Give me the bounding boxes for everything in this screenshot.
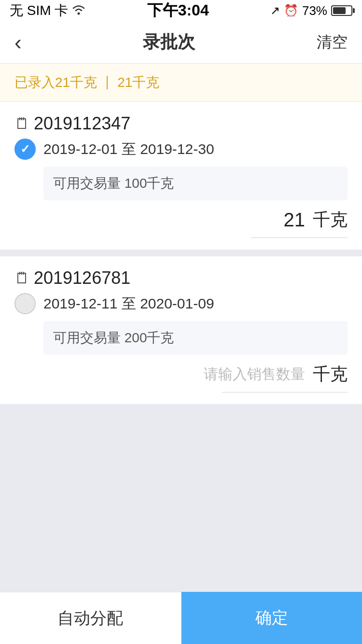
status-carrier: 无 SIM 卡 (10, 1, 85, 20)
page-title: 录批次 (143, 30, 195, 54)
batch-quantity-row-1: 21 千克 (14, 208, 348, 237)
batch-date-2: 2019-12-11 至 2020-01-09 (43, 294, 214, 314)
status-right: ↗ ⏰ 73% (270, 3, 352, 18)
quantity-value-1: 21 (284, 209, 306, 231)
quantity-unit-2: 千克 (313, 363, 348, 386)
svg-point-0 (78, 13, 80, 15)
batch-doc-icon: 🗒 (14, 115, 30, 133)
batch-available-2: 可用交易量 200千克 (43, 321, 348, 355)
summary-value: 21千克 (117, 73, 159, 92)
batch-header-1: 🗒 2019112347 (14, 113, 348, 134)
batch-divider (0, 250, 362, 256)
alarm-icon: ⏰ (284, 4, 298, 17)
batch-checkbox-1[interactable] (14, 139, 36, 160)
back-button[interactable]: ‹ (14, 30, 22, 55)
batch-item: 🗒 2019112347 2019-12-01 至 2019-12-30 可用交… (0, 102, 362, 250)
quantity-placeholder: 请输入销售数量 (204, 364, 305, 384)
batch-number-1: 2019112347 (34, 113, 130, 134)
summary-label: 已录入21千克 (14, 73, 97, 92)
nav-bar: ‹ 录批次 清空 (0, 21, 362, 64)
clear-button[interactable]: 清空 (317, 32, 348, 53)
batch-date-1: 2019-12-01 至 2019-12-30 (43, 140, 214, 159)
wifi-icon (72, 3, 85, 18)
batch-checkbox-2[interactable] (14, 293, 36, 314)
summary-bar: 已录入21千克 21千克 (0, 64, 362, 102)
batch-list: 🗒 2019112347 2019-12-01 至 2019-12-30 可用交… (0, 102, 362, 404)
quantity-unit-1: 千克 (313, 208, 348, 232)
batch-item-2: 🗒 2019126781 2019-12-11 至 2020-01-09 可用交… (0, 256, 362, 404)
batch-quantity-input-row: 请输入销售数量 千克 (14, 363, 348, 389)
status-bar: 无 SIM 卡 下午3:04 ↗ ⏰ 73% (0, 0, 362, 21)
batch-number-2: 2019126781 (34, 268, 130, 288)
batch-header-2: 🗒 2019126781 (14, 268, 348, 288)
location-icon: ↗ (270, 4, 280, 17)
batch-available-1: 可用交易量 100千克 (43, 167, 348, 200)
battery-percent: 73% (302, 3, 327, 18)
confirm-button[interactable]: 确定 (181, 592, 362, 644)
status-time: 下午3:04 (147, 0, 209, 21)
auto-distribute-button[interactable]: 自动分配 (0, 592, 181, 644)
battery-icon (331, 5, 352, 16)
bottom-bar: 自动分配 确定 (0, 592, 362, 644)
batch-date-row-1: 2019-12-01 至 2019-12-30 (14, 139, 348, 160)
batch-doc-icon-2: 🗒 (14, 269, 30, 287)
carrier-text: 无 SIM 卡 (10, 1, 68, 20)
batch-date-row-2: 2019-12-11 至 2020-01-09 (14, 293, 348, 314)
summary-divider (107, 76, 108, 89)
